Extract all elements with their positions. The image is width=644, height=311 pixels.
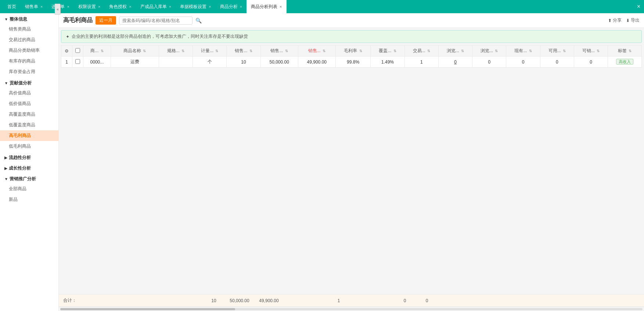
content-area: 高毛利商品 近一月 🔍 ⬆ 分享 ⬇ 导出 ✦ 企业的主要的利润都是这部分商品创… bbox=[59, 13, 644, 311]
col-coverage[interactable]: 覆盖... ⇅ bbox=[371, 46, 404, 57]
col-current-stock[interactable]: 现有... ⇅ bbox=[506, 46, 540, 57]
close-icon[interactable]: × bbox=[129, 4, 131, 9]
sort-icon: ⇅ bbox=[143, 49, 146, 53]
sidebar-item-category-assist[interactable]: 商品分类助销率 bbox=[0, 45, 58, 56]
sort-icon: ⇅ bbox=[427, 49, 430, 53]
nav-finished-goods[interactable]: 产成品入库单 × bbox=[136, 0, 176, 13]
sidebar-group-growth[interactable]: ▶ 成长性分析 bbox=[0, 162, 58, 173]
col-settings[interactable]: ⚙ bbox=[61, 46, 72, 57]
row-coverage: 1.49% bbox=[371, 57, 404, 68]
chevron-down-icon: ▼ bbox=[4, 17, 8, 21]
sidebar-item-low-coverage[interactable]: 低覆盖度商品 bbox=[0, 120, 58, 130]
row-num: 1 bbox=[61, 57, 72, 68]
sidebar-item-stock-capital[interactable]: 库存资金占用 bbox=[0, 66, 58, 77]
sidebar-item-new-goods[interactable]: 新品 bbox=[0, 194, 58, 205]
total-available-stock: 0 bbox=[416, 298, 438, 303]
select-all-checkbox[interactable] bbox=[75, 48, 80, 53]
close-icon[interactable]: × bbox=[169, 4, 171, 9]
col-unit[interactable]: 计量... ⇅ bbox=[193, 46, 227, 57]
export-button[interactable]: ⬇ 导出 bbox=[626, 17, 640, 23]
scrollbar-thumb[interactable] bbox=[60, 308, 235, 310]
nav-home[interactable]: 首页 bbox=[3, 0, 21, 13]
col-transaction[interactable]: 交易... ⇅ bbox=[404, 46, 438, 57]
row-checkbox[interactable] bbox=[72, 57, 83, 68]
horizontal-scrollbar[interactable] bbox=[59, 307, 644, 311]
footer-totals: 合计： 10 50,000.00 49,900.00 1 0 0 bbox=[59, 294, 644, 307]
sort-icon: ⇅ bbox=[359, 49, 362, 53]
close-icon[interactable]: × bbox=[40, 4, 43, 9]
col-gross-margin[interactable]: 毛利率 ⇅ bbox=[335, 46, 371, 57]
header-actions: ⬆ 分享 ⬇ 导出 bbox=[608, 17, 640, 23]
col-sales-amt[interactable]: 销售... ⇅ bbox=[260, 46, 298, 57]
nav-role-auth[interactable]: 角色授权 × bbox=[105, 0, 136, 13]
share-icon: ⬆ bbox=[608, 18, 612, 23]
chevron-down-icon: ▼ bbox=[4, 177, 8, 181]
nav-product-analysis[interactable]: 商品分析 × bbox=[216, 0, 247, 13]
col-checkbox[interactable] bbox=[72, 46, 83, 57]
row-transaction: 1 bbox=[404, 57, 438, 68]
col-tag[interactable]: 标签 ⇅ bbox=[608, 46, 642, 57]
search-input[interactable] bbox=[119, 17, 193, 25]
table-wrapper[interactable]: ⚙ 商... ⇅ 商品名称 ⇅ bbox=[59, 45, 644, 294]
sidebar-item-low-value[interactable]: 低价值商品 bbox=[0, 98, 58, 109]
close-icon[interactable]: × bbox=[280, 4, 282, 9]
close-icon[interactable]: × bbox=[67, 4, 69, 9]
row-unit: 个 bbox=[193, 57, 227, 68]
sort-icon: ⇅ bbox=[529, 49, 532, 53]
nav-product-analysis-list[interactable]: 商品分析列表 × bbox=[247, 0, 286, 13]
sort-icon: ⇅ bbox=[215, 49, 218, 53]
sort-icon: ⇅ bbox=[323, 49, 325, 53]
sort-icon: ⇅ bbox=[629, 49, 632, 53]
scrollbar-track[interactable] bbox=[60, 308, 643, 310]
close-icon[interactable]: × bbox=[240, 4, 242, 9]
sort-icon: ⇅ bbox=[101, 49, 104, 53]
total-sales-cost: 49,900.00 bbox=[254, 298, 284, 303]
col-sellable-stock[interactable]: 可销... ⇅ bbox=[574, 46, 608, 57]
sidebar-item-traded-goods[interactable]: 交易过的商品 bbox=[0, 35, 58, 45]
col-spec[interactable]: 规格... ⇅ bbox=[159, 46, 193, 57]
filter-period-button[interactable]: 近一月 bbox=[96, 16, 116, 25]
sidebar-item-high-value[interactable]: 高价值商品 bbox=[0, 88, 58, 98]
sort-icon: ⇅ bbox=[393, 49, 396, 53]
sidebar-group-trend[interactable]: ▶ 流趋性分析 bbox=[0, 152, 58, 162]
top-navigation: 首页 销售单 × 进货单 × 权限设置 × 角色授权 × 产成品入库单 × 单据… bbox=[0, 0, 644, 13]
export-icon: ⬇ bbox=[626, 18, 630, 23]
col-browse2[interactable]: 浏览... ⇅ bbox=[472, 46, 506, 57]
sidebar-group-overall[interactable]: ▼ 整体信息 bbox=[0, 13, 58, 24]
chevron-right-icon: ▶ bbox=[4, 166, 7, 170]
sidebar-collapse-button[interactable]: « bbox=[55, 4, 61, 15]
search-button[interactable]: 🔍 bbox=[195, 18, 202, 23]
row-sales-cost: 49,900.00 bbox=[298, 57, 335, 68]
col-sales-cost[interactable]: 销售... ⇅ bbox=[298, 46, 335, 57]
row-browse2: 0 bbox=[472, 57, 506, 68]
close-all-tabs-button[interactable]: × bbox=[637, 3, 640, 10]
col-code[interactable]: 商... ⇅ bbox=[83, 46, 111, 57]
content-header: 高毛利商品 近一月 🔍 ⬆ 分享 ⬇ 导出 bbox=[59, 13, 644, 28]
row-available-stock: 0 bbox=[540, 57, 574, 68]
row-browse1[interactable]: 0 bbox=[438, 57, 472, 68]
col-browse1[interactable]: 浏览... ⇅ bbox=[438, 46, 472, 57]
sidebar-item-all-goods[interactable]: 全部商品 bbox=[0, 184, 58, 194]
nav-permission-settings[interactable]: 权限设置 × bbox=[74, 0, 105, 13]
sort-icon: ⇅ bbox=[495, 49, 498, 53]
nav-sales-order[interactable]: 销售单 × bbox=[21, 0, 47, 13]
sidebar-item-sales-goods[interactable]: 销售类商品 bbox=[0, 24, 58, 35]
nav-template-settings[interactable]: 单据模板设置 × bbox=[176, 0, 215, 13]
sidebar-group-marketing[interactable]: ▼ 营销推广分析 bbox=[0, 173, 58, 184]
sidebar-item-in-stock-goods[interactable]: 有库存的商品 bbox=[0, 56, 58, 66]
row-select-checkbox[interactable] bbox=[75, 59, 80, 64]
table-row: 1 0000... 运费 bbox=[61, 57, 642, 68]
sidebar-item-low-margin[interactable]: 低毛利商品 bbox=[0, 141, 58, 152]
close-icon[interactable]: × bbox=[98, 4, 100, 9]
close-icon[interactable]: × bbox=[209, 4, 211, 9]
sidebar-item-high-margin[interactable]: 高毛利商品 bbox=[0, 130, 58, 141]
sort-icon: ⇅ bbox=[249, 49, 252, 53]
share-button[interactable]: ⬆ 分享 bbox=[608, 17, 622, 23]
sidebar-group-contribution[interactable]: ▼ 贡献值分析 bbox=[0, 77, 58, 88]
col-name[interactable]: 商品名称 ⇅ bbox=[111, 46, 159, 57]
total-sales-amt: 50,000.00 bbox=[225, 298, 254, 303]
sidebar-item-high-coverage[interactable]: 高覆盖度商品 bbox=[0, 109, 58, 120]
col-sales-qty[interactable]: 销售... ⇅ bbox=[227, 46, 260, 57]
col-available-stock[interactable]: 可用... ⇅ bbox=[540, 46, 574, 57]
row-sales-qty: 10 bbox=[227, 57, 260, 68]
